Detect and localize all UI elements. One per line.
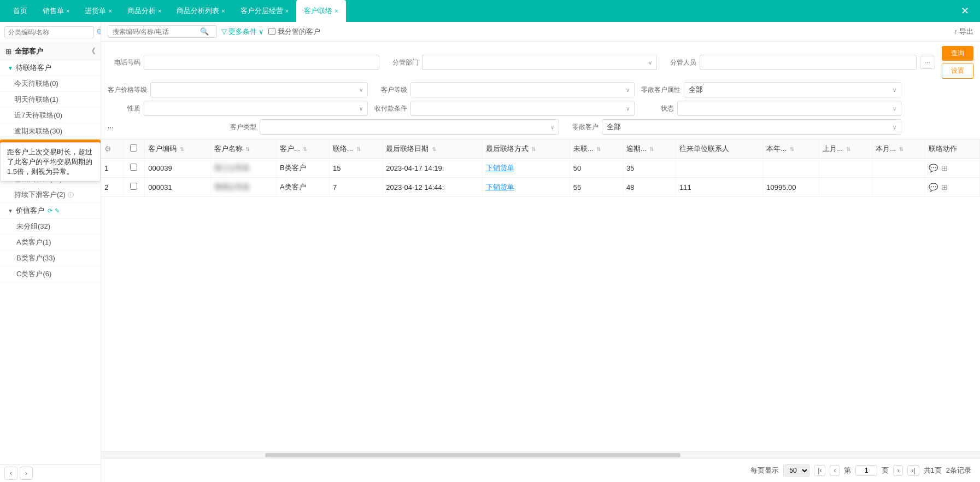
page-number-input[interactable] xyxy=(855,465,877,476)
sidebar-7day-pending[interactable]: 近7天待联络(0) xyxy=(0,108,101,124)
row2-method-link[interactable]: 下销货单 xyxy=(486,183,514,191)
sidebar-unclassified[interactable]: 未分组(32) xyxy=(0,219,101,235)
sort-name[interactable]: ⇅ xyxy=(245,146,250,152)
customer-table: ⚙ 客户编码 ⇅ 客户名称 ⇅ xyxy=(101,140,980,197)
scrollbar-thumb xyxy=(265,453,680,457)
nav-home[interactable]: 首页 xyxy=(5,0,35,22)
gender-select[interactable]: ∨ xyxy=(144,101,368,116)
filter-icon: ▽ xyxy=(221,27,227,36)
row2-code: 000031 xyxy=(145,178,210,197)
page-size-select[interactable]: 50 xyxy=(783,464,809,477)
sidebar-class-b[interactable]: B类客户(33) xyxy=(0,251,101,266)
close-purchase-tab[interactable]: × xyxy=(108,8,112,14)
sort-last-date[interactable]: ⇅ xyxy=(432,146,436,152)
row2-contact-icon[interactable]: 💬 xyxy=(929,183,938,191)
row2-name: 李四公司名 xyxy=(210,178,276,197)
last-page-btn[interactable]: ›| xyxy=(907,465,919,476)
close-product-analysis-tab[interactable]: × xyxy=(158,8,161,14)
window-close-button[interactable]: ✕ xyxy=(955,5,975,17)
sort-contact[interactable]: ⇅ xyxy=(356,146,361,152)
price-level-select[interactable]: ∨ xyxy=(150,82,368,97)
sidebar-search-input[interactable] xyxy=(4,26,94,38)
phone-input[interactable] xyxy=(144,55,379,70)
row1-contact-icon[interactable]: 💬 xyxy=(929,164,938,172)
sort-not-contact[interactable]: ⇅ xyxy=(596,146,601,152)
manager-select[interactable] xyxy=(700,55,917,70)
settings-button[interactable]: 设置 xyxy=(942,63,973,79)
gender-field: 性质 ∨ xyxy=(108,101,368,116)
export-button[interactable]: ↑ 导出 xyxy=(954,27,974,37)
col-checkbox[interactable] xyxy=(123,140,145,159)
nav-sales[interactable]: 销售单 × xyxy=(35,0,77,22)
department-field: 分管部门 ∨ xyxy=(386,55,658,70)
nav-customer-tier[interactable]: 客户分层经营 × xyxy=(233,0,296,22)
retail-attr-select[interactable]: 全部 ∨ xyxy=(684,82,901,97)
my-customers-checkbox-label[interactable]: 我分管的客户 xyxy=(268,27,320,37)
retail-customer-select[interactable]: 全部 ∨ xyxy=(602,119,901,135)
sort-category[interactable]: ⇅ xyxy=(303,146,307,152)
row2-contact: 7 xyxy=(330,178,383,197)
sort-last-method[interactable]: ⇅ xyxy=(531,146,536,152)
value-edit-icon[interactable]: ✎ xyxy=(55,207,60,214)
col-settings[interactable]: ⚙ xyxy=(101,140,123,159)
row2-last-method[interactable]: 下销货单 xyxy=(482,178,570,197)
sidebar-overdue-pending[interactable]: 逾期未联络(30) xyxy=(0,124,101,140)
more-conditions-btn[interactable]: ▽ 更多条件 ∨ xyxy=(221,27,264,37)
close-customer-tier-tab[interactable]: × xyxy=(285,8,289,14)
row1-category: B类客户 xyxy=(276,159,329,178)
sort-this-month[interactable]: ⇅ xyxy=(899,146,903,152)
close-product-analysis-list-tab[interactable]: × xyxy=(221,8,225,14)
sidebar-continuous-down[interactable]: 持续下滑客户(2) ⓘ xyxy=(0,187,101,203)
nav-product-analysis-list[interactable]: 商品分析列表 × xyxy=(169,0,232,22)
row1-actions: 💬 ⊞ xyxy=(925,159,980,178)
manager-ellipsis[interactable]: ··· xyxy=(920,56,935,69)
row2-checkbox[interactable] xyxy=(123,178,145,197)
search-icon[interactable]: 🔍 xyxy=(200,27,209,36)
sidebar-today-pending[interactable]: 今天待联络(0) xyxy=(0,76,101,92)
close-sales-tab[interactable]: × xyxy=(66,8,69,14)
first-page-btn[interactable]: |‹ xyxy=(814,465,825,476)
sidebar-left-arrow[interactable]: ‹ xyxy=(4,467,17,480)
sidebar-tomorrow-pending[interactable]: 明天待联络(1) xyxy=(0,92,101,108)
sort-last-month[interactable]: ⇅ xyxy=(846,146,850,152)
row2-select[interactable] xyxy=(130,183,137,190)
sidebar-class-c[interactable]: C类客户(6) xyxy=(0,266,101,282)
status-select[interactable]: ∨ xyxy=(677,101,901,116)
payment-select[interactable]: ∨ xyxy=(410,101,635,116)
left-sidebar: 🔍 ⊞ 全部客户 《 ▼ 待联络客户 今天待联络(0) 明天待联络(1) 近7天… xyxy=(0,22,101,482)
row1-this-month xyxy=(872,159,925,178)
nav-customer-contact[interactable]: 客户联络 × xyxy=(296,0,345,22)
sidebar-search-icon[interactable]: 🔍 xyxy=(96,28,101,37)
nav-product-analysis[interactable]: 商品分析 × xyxy=(120,0,169,22)
nav-purchase[interactable]: 进货单 × xyxy=(77,0,119,22)
pending-contact-group[interactable]: ▼ 待联络客户 xyxy=(0,60,101,76)
sort-code[interactable]: ⇅ xyxy=(180,146,184,152)
sidebar-right-arrow[interactable]: › xyxy=(20,467,33,480)
row1-select[interactable] xyxy=(130,164,137,171)
department-select[interactable]: ∨ xyxy=(422,55,658,70)
select-all-checkbox[interactable] xyxy=(130,144,137,152)
close-customer-contact-tab[interactable]: × xyxy=(335,8,338,14)
row1-this-year xyxy=(763,159,819,178)
table-settings-icon[interactable]: ⚙ xyxy=(104,144,112,153)
customer-type-select[interactable]: ∨ xyxy=(260,119,559,135)
row1-method-link[interactable]: 下销货单 xyxy=(486,164,514,172)
my-customers-checkbox[interactable] xyxy=(268,28,275,35)
horizontal-scrollbar[interactable] xyxy=(101,451,980,458)
grid-icon: ⊞ xyxy=(5,48,11,56)
sort-this-year[interactable]: ⇅ xyxy=(790,146,794,152)
customer-level-select[interactable]: ∨ xyxy=(410,82,635,97)
sort-overdue[interactable]: ⇅ xyxy=(649,146,654,152)
row1-checkbox[interactable] xyxy=(123,159,145,178)
row1-last-method[interactable]: 下销货单 xyxy=(482,159,570,178)
query-button[interactable]: 查询 xyxy=(942,46,973,61)
all-customers-header[interactable]: ⊞ 全部客户 《 xyxy=(0,43,101,60)
row1-more-icon[interactable]: ⊞ xyxy=(941,164,948,172)
search-input[interactable] xyxy=(113,28,200,36)
value-customers-group[interactable]: ▼ 价值客户 ⟳ ✎ xyxy=(0,203,101,219)
sidebar-class-a[interactable]: A类客户(1) xyxy=(0,235,101,251)
next-page-btn[interactable]: › xyxy=(893,465,903,476)
row2-more-icon[interactable]: ⊞ xyxy=(941,183,948,191)
row1-overdue: 35 xyxy=(623,159,676,178)
prev-page-btn[interactable]: ‹ xyxy=(830,465,840,476)
